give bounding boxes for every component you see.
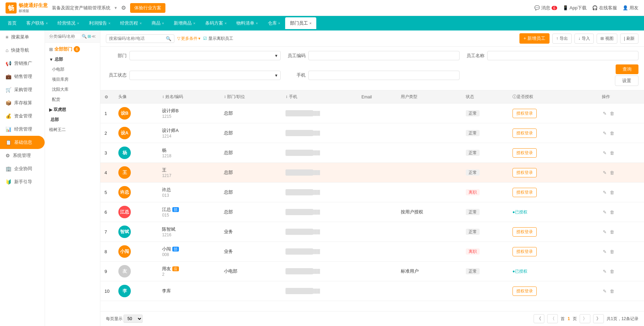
dept-item-shenyang[interactable]: 沈阳大库 — [45, 85, 100, 95]
add-employee-button[interactable]: + 新增员工 — [519, 33, 550, 44]
dept-item-zongbu[interactable]: ▼ 总部 — [45, 54, 100, 64]
tab-operation[interactable]: 经营情况 × — [53, 17, 84, 29]
sidebar-item-search[interactable]: ≡ 搜索菜单 — [0, 30, 45, 44]
dept-search-icon[interactable]: 🔍 — [82, 34, 87, 39]
delete-button[interactable]: 🗑 — [610, 249, 614, 254]
sidebar-item-system[interactable]: ⚙ 系统管理 — [0, 149, 45, 162]
delete-button[interactable]: 🗑 — [610, 111, 614, 116]
tab-home[interactable]: 首页 — [3, 17, 21, 29]
close-icon[interactable]: × — [225, 21, 227, 25]
edit-button[interactable]: ✎ — [603, 170, 607, 175]
auth-login-button[interactable]: 授权登录 — [513, 227, 537, 237]
edit-button[interactable]: ✎ — [603, 111, 607, 116]
tab-process[interactable]: 经营历程 × — [115, 17, 146, 29]
dept-filter-select[interactable]: ▾ — [129, 51, 281, 60]
name-filter-input[interactable] — [487, 51, 638, 60]
sidebar-item-purchase[interactable]: 🛒 采购管理 — [0, 83, 45, 96]
next-page-button[interactable]: 〉 — [580, 314, 590, 323]
print-button[interactable]: | 刷新 — [620, 34, 638, 44]
edit-button[interactable]: ✎ — [603, 190, 607, 195]
tab-employee[interactable]: 部门员工 × — [285, 17, 316, 29]
close-icon[interactable]: × — [278, 21, 280, 25]
search-icon[interactable]: 🔍 — [166, 36, 171, 41]
dept-item-project[interactable]: 项目库房 — [45, 74, 100, 85]
app-download-button[interactable]: 📱 App下载 — [563, 5, 587, 11]
status-filter-select[interactable]: ▾ — [129, 71, 281, 80]
auth-login-button[interactable]: 授权登录 — [513, 109, 537, 118]
delete-button[interactable]: 🗑 — [610, 269, 614, 274]
sidebar-item-operation[interactable]: 📊 经营管理 — [0, 123, 45, 136]
first-page-button[interactable]: 《 — [534, 314, 544, 323]
dept-search-input[interactable] — [49, 34, 80, 39]
auth-login-button[interactable]: 授权登录 — [513, 188, 537, 197]
phone-filter-input[interactable] — [308, 71, 460, 80]
delete-button[interactable]: 🗑 — [610, 229, 614, 235]
online-service-button[interactable]: 🎧 在线客服 — [592, 5, 617, 11]
last-page-button[interactable]: 》 — [593, 314, 604, 323]
delete-button[interactable]: 🗑 — [610, 131, 614, 136]
tab-bom[interactable]: 物料清单 × — [232, 17, 263, 29]
close-icon[interactable]: × — [256, 21, 258, 25]
dept-item-peihuo[interactable]: 配货 — [45, 95, 100, 105]
sidebar-item-inventory[interactable]: 📦 库存核算 — [0, 96, 45, 109]
col-name[interactable]: ↕ 姓名/编码 — [158, 90, 219, 104]
auth-login-button[interactable]: 授权登录 — [513, 148, 537, 158]
edit-button[interactable]: ✎ — [603, 150, 607, 156]
close-icon[interactable]: × — [193, 21, 195, 25]
search-input[interactable] — [109, 36, 164, 41]
tab-warehouse[interactable]: 仓库 × — [263, 17, 285, 29]
col-dept[interactable]: ↕ 部门/职位 — [220, 90, 281, 104]
dept-item-zhishu[interactable]: 植树王二 — [45, 125, 100, 135]
view-button[interactable]: ⊞ 视图 — [597, 34, 617, 44]
auth-login-button[interactable]: 授权登录 — [513, 247, 537, 256]
edit-button[interactable]: ✎ — [603, 289, 607, 294]
message-button[interactable]: 💬 消息 6 — [534, 5, 557, 11]
user-button[interactable]: 👤 用友 — [623, 5, 638, 11]
close-icon[interactable]: × — [309, 21, 311, 25]
auth-login-button[interactable]: 授权登录 — [513, 168, 537, 177]
close-icon[interactable]: × — [162, 21, 164, 25]
delete-button[interactable]: 🗑 — [610, 190, 614, 195]
edit-button[interactable]: ✎ — [603, 131, 607, 136]
dept-collapse-icon[interactable]: ≪ — [91, 34, 96, 39]
dept-item-xiaodian[interactable]: 小电部 — [45, 64, 100, 74]
edit-button[interactable]: ✎ — [603, 269, 607, 274]
delete-button[interactable]: 🗑 — [610, 150, 614, 156]
close-icon[interactable]: × — [46, 21, 48, 25]
tab-goods[interactable]: 商品 × — [147, 17, 169, 29]
dept-expand-icon[interactable]: ⊞ — [88, 34, 91, 39]
more-filter-button[interactable]: ▽ 更多条件 ▾ — [177, 36, 200, 42]
import-button[interactable]: ↓ 导入 — [574, 34, 594, 44]
reset-button[interactable]: 设置 — [615, 76, 638, 86]
export-button[interactable]: ↑ 导出 — [552, 34, 572, 44]
sidebar-item-sales[interactable]: 💼 销售管理 — [0, 70, 45, 83]
delete-button[interactable]: 🗑 — [610, 170, 614, 175]
delete-button[interactable]: 🗑 — [610, 289, 614, 294]
auth-login-button[interactable]: 授权登录 — [513, 287, 537, 296]
tab-barcode[interactable]: 条码方案 × — [200, 17, 232, 29]
edit-button[interactable]: ✎ — [603, 249, 607, 254]
settings-icon[interactable]: ⚙ — [121, 5, 126, 11]
col-phone[interactable]: ↕ 手机 — [281, 90, 357, 104]
sidebar-item-basic-info[interactable]: 📋 基础信息 — [0, 136, 45, 149]
tab-profit[interactable]: 利润报告 × — [84, 17, 115, 29]
sidebar-item-guide[interactable]: 🔰 新手引导 — [0, 175, 45, 188]
auth-login-button[interactable]: 授权登录 — [513, 129, 537, 138]
tab-customer[interactable]: 客户联络 × — [21, 17, 53, 29]
sidebar-item-quick-nav[interactable]: ⌂ 快捷导航 — [0, 44, 45, 57]
dept-item-zongbu2[interactable]: 总部 — [45, 115, 100, 125]
col-settings[interactable]: ⚙ — [100, 90, 114, 104]
close-icon[interactable]: × — [108, 21, 110, 25]
system-dropdown-icon[interactable]: ▾ — [115, 5, 117, 10]
sidebar-item-enterprise[interactable]: 🏢 企业协同 — [0, 162, 45, 175]
dept-item-shuanghu[interactable]: ▶ 双虎想 — [45, 105, 100, 115]
sidebar-item-marketing[interactable]: 📢 营销推广 — [0, 57, 45, 70]
tab-add-goods[interactable]: 新增商品 × — [169, 17, 200, 29]
per-page-select[interactable]: 50 100 — [124, 315, 143, 323]
query-button[interactable]: 查询 — [616, 64, 638, 74]
close-icon[interactable]: × — [77, 21, 79, 25]
edit-button[interactable]: ✎ — [603, 229, 607, 235]
edit-button[interactable]: ✎ — [603, 210, 607, 215]
delete-button[interactable]: 🗑 — [610, 210, 614, 215]
show-resigned-toggle[interactable]: ☑ 显示离职员工 — [203, 36, 233, 42]
